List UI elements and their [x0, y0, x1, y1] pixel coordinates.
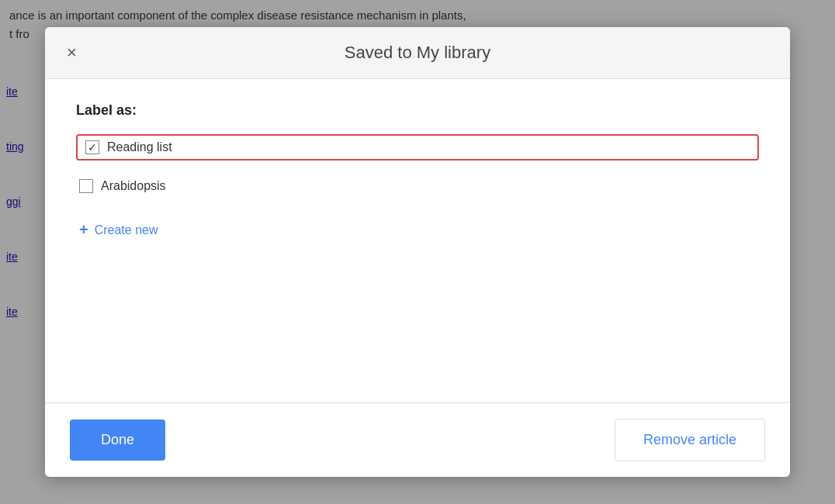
create-new-label: Create new — [95, 223, 158, 237]
close-button[interactable]: × — [64, 41, 80, 64]
modal-header: × Saved to My library — [45, 27, 790, 79]
modal-overlay: × Saved to My library Label as: ✓ Readin… — [0, 0, 835, 504]
done-button[interactable]: Done — [70, 419, 165, 461]
modal-footer: Done Remove article — [45, 402, 790, 477]
create-new-button[interactable]: + Create new — [76, 216, 161, 243]
reading-list-checkbox[interactable]: ✓ — [85, 140, 99, 154]
modal-dialog: × Saved to My library Label as: ✓ Readin… — [45, 27, 790, 477]
arabidopsis-checkbox[interactable] — [79, 179, 93, 193]
modal-body: Label as: ✓ Reading list Arabidopsis + — [45, 79, 790, 402]
remove-article-button[interactable]: Remove article — [615, 419, 765, 461]
plus-icon: + — [79, 221, 88, 239]
arabidopsis-label: Arabidopsis — [101, 179, 166, 193]
reading-list-label: Reading list — [107, 140, 172, 154]
modal-title: Saved to My library — [345, 43, 490, 63]
reading-list-checkbox-item[interactable]: ✓ Reading list — [76, 134, 759, 161]
checkbox-list: ✓ Reading list Arabidopsis — [76, 134, 759, 209]
arabidopsis-checkbox-item[interactable]: Arabidopsis — [76, 174, 759, 198]
label-as-heading: Label as: — [76, 102, 759, 119]
checkmark-icon: ✓ — [88, 142, 97, 153]
